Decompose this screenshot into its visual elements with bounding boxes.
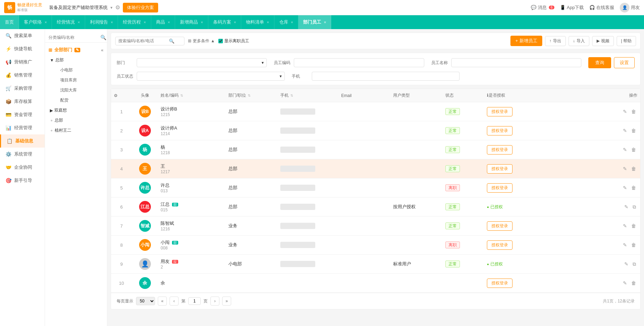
message-btn[interactable]: 💬 消息 6 <box>531 5 554 11</box>
sidebar-item-guide[interactable]: 🎯 新手引导 <box>0 174 45 187</box>
tab-employees[interactable]: 部门员工 × <box>298 15 331 29</box>
tab-home[interactable]: 首页 <box>0 15 19 29</box>
dept-select[interactable]: ▾ <box>137 58 267 67</box>
auth-login-button[interactable]: 授权登录 <box>487 107 513 116</box>
more-conditions-btn[interactable]: ⊞ 更多条件 ▲ <box>188 38 215 44</box>
help-button[interactable]: | 帮助 <box>617 36 636 46</box>
tab-profit[interactable]: 利润报告 × <box>85 15 118 29</box>
tree-group-zongbu[interactable]: ▼ 总部 <box>45 55 107 65</box>
edit-button[interactable]: ✎ <box>622 165 628 172</box>
employee-name-input[interactable] <box>451 58 581 67</box>
edit-button[interactable]: ✎ <box>622 127 628 134</box>
edit-button[interactable]: ✎ <box>622 146 628 153</box>
edit-depts-btn[interactable]: ✎ <box>74 48 80 52</box>
tree-group-shuangling[interactable]: ▶ 双庭想 <box>45 105 107 115</box>
delete-button[interactable]: 🗑 <box>630 165 637 172</box>
auth-login-button[interactable]: 授权登录 <box>487 221 513 231</box>
th-gear[interactable]: ⚙ <box>111 89 132 102</box>
tab-close[interactable]: × <box>111 20 113 24</box>
sidebar-item-inventory[interactable]: 📦 库存核算 <box>0 95 45 108</box>
delete-button[interactable]: 🗑 <box>630 146 637 153</box>
first-page-button[interactable]: « <box>158 297 167 306</box>
sidebar-item-finance[interactable]: 💳 资金管理 <box>0 108 45 121</box>
tab-close[interactable]: × <box>324 20 326 24</box>
sidebar-item-system[interactable]: ⚙️ 系统管理 <box>0 148 45 161</box>
tab-close[interactable]: × <box>168 20 170 24</box>
tree-item-xiaodian[interactable]: 小电部 <box>53 65 107 75</box>
auth-login-button[interactable]: 授权登录 <box>487 183 513 193</box>
auth-login-button[interactable]: 授权登录 <box>487 145 513 155</box>
edit-button[interactable]: ✎ <box>622 222 628 229</box>
edit-button[interactable]: ✎ <box>623 203 630 210</box>
delete-button[interactable]: 🗑 <box>630 241 637 248</box>
video-button[interactable]: ▶ 视频 <box>592 36 614 46</box>
tab-warehouse[interactable]: 仓库 × <box>274 15 298 29</box>
tree-item-project[interactable]: 项目库房 <box>53 75 107 85</box>
sidebar-item-search[interactable]: 🔍 搜索菜单 <box>0 29 45 42</box>
query-button[interactable]: 查询 <box>588 57 611 68</box>
th-dept[interactable]: 部门/职位 ⇅ <box>226 89 278 102</box>
app-download-btn[interactable]: 📱 App下载 <box>560 5 584 11</box>
phone-input[interactable] <box>312 72 460 81</box>
export-button[interactable]: ↑ 导出 <box>545 36 566 46</box>
per-page-select[interactable]: 50 100 <box>136 297 155 305</box>
user-menu[interactable]: 👤 用友 <box>620 3 640 12</box>
auth-login-button[interactable]: 授权登录 <box>487 240 513 250</box>
edit-button[interactable]: ✎ <box>622 184 628 191</box>
tab-close[interactable]: × <box>267 20 269 24</box>
sidebar-item-purchase[interactable]: 🛒 采购管理 <box>0 82 45 95</box>
sidebar-item-sales[interactable]: 💰 销售管理 <box>0 69 45 82</box>
delete-button[interactable]: 🗑 <box>630 108 637 115</box>
delete-button[interactable]: 🗑 <box>630 184 637 191</box>
search-input[interactable] <box>118 38 167 43</box>
sidebar-item-mgmt[interactable]: 📊 经营管理 <box>0 121 45 134</box>
sidebar-item-basic[interactable]: 📋 基础信息 <box>0 134 45 148</box>
tab-close[interactable]: × <box>78 20 80 24</box>
edit-button[interactable]: ✎ <box>623 261 630 267</box>
tab-history[interactable]: 经营历程 × <box>118 15 151 29</box>
edit-button[interactable]: ✎ <box>622 108 628 115</box>
tree-search-input[interactable] <box>48 35 100 40</box>
edit-button[interactable]: ✎ <box>622 280 628 287</box>
delete-button[interactable]: 🗑 <box>630 222 637 229</box>
delete-button[interactable]: 🗑 <box>630 280 637 287</box>
resigned-checkbox-input[interactable] <box>218 39 223 43</box>
tab-add-product[interactable]: 新增商品 × <box>175 15 208 29</box>
page-number-input[interactable] <box>188 297 201 305</box>
add-employee-button[interactable]: + 新增员工 <box>510 36 542 46</box>
th-phone[interactable]: 手机 ⇅ <box>278 89 338 102</box>
settings-icon[interactable]: ⚙ <box>115 4 120 11</box>
edit-button[interactable]: ✎ <box>622 241 628 248</box>
tab-close[interactable]: × <box>45 20 47 24</box>
copy-button[interactable]: ⧉ <box>631 203 637 211</box>
sidebar-item-nav[interactable]: ⚡ 快捷导航 <box>0 42 45 55</box>
copy-button[interactable]: ⧉ <box>631 261 637 268</box>
auth-login-button[interactable]: 授权登录 <box>487 126 513 135</box>
status-select[interactable]: ▾ <box>137 72 285 81</box>
show-resigned-checkbox[interactable]: 显示离职员工 <box>218 38 249 44</box>
last-page-button[interactable]: » <box>222 297 231 306</box>
tab-operations[interactable]: 经营情况 × <box>52 15 85 29</box>
tree-group-zongbu2[interactable]: ⚬ 总部 <box>45 115 107 125</box>
filter-settings-button[interactable]: 设置 <box>614 57 635 68</box>
auth-login-button[interactable]: 授权登录 <box>487 164 513 174</box>
tab-customers[interactable]: 客户联络 × <box>19 15 52 29</box>
tree-group-zhicun[interactable]: ⚬ 植村王二 <box>45 125 107 135</box>
next-page-button[interactable]: › <box>210 297 219 306</box>
collapse-tree-btn[interactable]: « <box>101 47 103 53</box>
prev-page-button[interactable]: ‹ <box>170 297 179 306</box>
tab-close[interactable]: × <box>234 20 236 24</box>
import-button[interactable]: ↓ 导入 <box>569 36 589 46</box>
employee-code-input[interactable] <box>294 58 424 67</box>
tab-barcode[interactable]: 条码方案 × <box>208 15 241 29</box>
tab-products[interactable]: 商品 × <box>151 15 175 29</box>
trial-button[interactable]: 体验行业方案 <box>123 3 158 12</box>
delete-button[interactable]: 🗑 <box>630 127 637 134</box>
th-name[interactable]: 姓名/编码 ⇅ <box>158 89 225 102</box>
sidebar-item-marketing[interactable]: 📢 营销推广 <box>0 55 45 69</box>
tab-close[interactable]: × <box>144 20 146 24</box>
sidebar-item-collab[interactable]: 🤝 企业协同 <box>0 161 45 174</box>
auth-login-button[interactable]: 授权登录 <box>487 279 513 288</box>
service-btn[interactable]: 🎧 在线客服 <box>589 5 614 11</box>
tab-bom[interactable]: 物料清单 × <box>241 15 274 29</box>
